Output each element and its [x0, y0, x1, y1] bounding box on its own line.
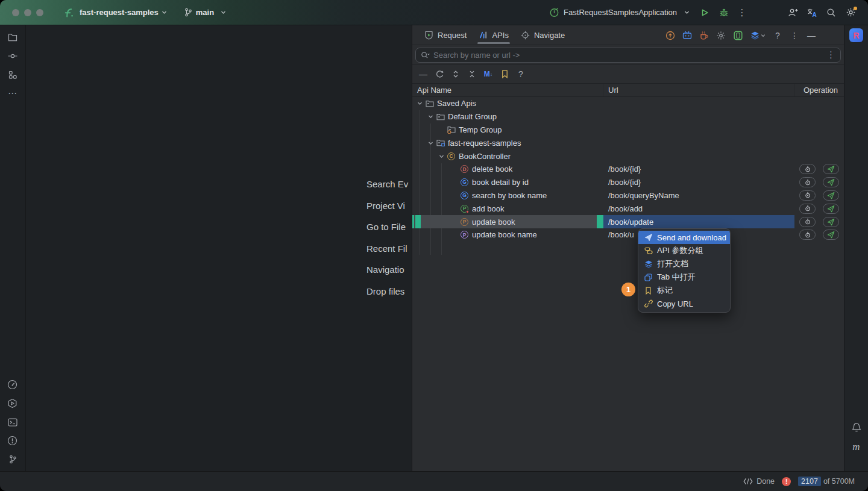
locate-in-code-button[interactable] [799, 217, 816, 227]
mobile-app-icon[interactable] [731, 28, 745, 43]
locate-in-code-button[interactable] [799, 164, 816, 174]
feedback-robot-icon[interactable] [680, 28, 694, 43]
operation-cell [794, 176, 844, 189]
chevron-down-icon[interactable] [426, 113, 435, 120]
operation-cell [794, 124, 844, 137]
send-request-button[interactable] [823, 204, 839, 214]
api-url [603, 136, 794, 149]
donate-coffee-icon[interactable] [697, 28, 711, 43]
structure-tool-icon[interactable] [3, 65, 22, 84]
tree-row-saved-apis[interactable]: Saved Apis [412, 97, 844, 110]
menu-item-[interactable]: 打开文档 [638, 257, 730, 271]
fast-request-avatar[interactable]: R [849, 28, 863, 42]
chevron-down-icon[interactable] [436, 153, 446, 160]
tab-apis[interactable]: APIs [473, 25, 514, 45]
chevron-down-icon[interactable] [415, 100, 424, 107]
menu-item-tab[interactable]: Tab 中打开 [638, 271, 730, 284]
menu-item-api[interactable]: API 参数分组 [638, 244, 730, 257]
help-icon[interactable]: ? [770, 28, 785, 43]
fast-request-status[interactable]: Done [743, 477, 775, 486]
expand-all-icon[interactable] [448, 67, 463, 81]
bookmark-filter-icon[interactable] [497, 67, 512, 81]
project-tool-icon[interactable] [3, 28, 22, 46]
vcs-branch-selector[interactable]: main [184, 8, 226, 17]
operation-cell [794, 149, 844, 163]
problems-tool-icon[interactable] [3, 431, 22, 450]
upgrade-icon[interactable] [663, 28, 678, 43]
api-name: Saved Apis [437, 99, 476, 108]
api-name: BookController [459, 152, 511, 161]
error-indicator[interactable]: ! [782, 477, 791, 486]
send-request-button[interactable] [823, 177, 839, 187]
chevron-down-icon [684, 10, 690, 15]
chevron-down-icon[interactable] [426, 140, 435, 146]
commit-tool-icon[interactable] [3, 46, 22, 65]
menu-item-copy-url[interactable]: Copy URL [638, 297, 730, 310]
collapse-panel-icon[interactable]: — [416, 67, 430, 81]
collapse-all-icon[interactable] [465, 67, 479, 81]
run-configuration-selector[interactable]: FastRequestSamplesApplication [549, 7, 690, 17]
debug-button[interactable] [716, 5, 732, 20]
services-tool-icon[interactable] [3, 394, 22, 413]
terminal-tool-icon[interactable] [3, 413, 22, 431]
chevron-down-icon [221, 10, 226, 15]
tool-window-options-icon[interactable]: ⋮ [787, 28, 802, 43]
locate-in-code-button[interactable] [799, 230, 816, 240]
search-input[interactable] [433, 51, 823, 60]
column-header-api-name[interactable]: Api Name [412, 84, 603, 96]
menu-item-send-and-download[interactable]: Send and download [638, 231, 730, 244]
tree-row-temp-group[interactable]: Temp Group [412, 124, 844, 137]
api-search-box[interactable]: ⋮ [415, 48, 841, 63]
hide-tool-window-icon[interactable]: — [804, 28, 819, 43]
api-name: add book [472, 204, 505, 213]
tree-row-update-book-name[interactable]: Pupdate book name /book/u [412, 228, 844, 242]
spring-boot-icon [549, 7, 559, 17]
tree-row-book-detail-by-id[interactable]: Gbook detail by id /book/{id} [412, 176, 844, 189]
locate-in-code-button[interactable] [799, 190, 816, 201]
code-with-me-icon[interactable] [785, 5, 800, 20]
toolbar-help-icon[interactable]: ? [514, 67, 528, 81]
shortcut-hint-project-vi: Project Vi [366, 195, 412, 217]
search-everywhere-icon[interactable] [823, 5, 839, 20]
minimize-window-button[interactable] [24, 9, 31, 16]
tab-request[interactable]: Request [418, 25, 473, 45]
more-run-actions-button[interactable]: ⋮ [734, 5, 750, 20]
close-window-button[interactable] [12, 9, 19, 16]
locate-in-code-button[interactable] [799, 177, 816, 187]
git-tool-icon[interactable] [3, 450, 22, 469]
tree-row-delete-book[interactable]: Ddelete book /book/{id} [412, 163, 844, 176]
settings-gear-icon[interactable] [843, 5, 858, 20]
plugin-settings-gear-icon[interactable] [714, 28, 728, 43]
translate-icon[interactable]: A [804, 5, 820, 20]
send-request-button[interactable] [823, 217, 839, 227]
tab-navigate[interactable]: Navigate [515, 25, 571, 45]
run-button[interactable] [697, 5, 712, 20]
api-name: update book name [472, 230, 537, 239]
branch-name: main [196, 8, 214, 17]
send-request-button[interactable] [823, 164, 839, 174]
tree-row-add-book[interactable]: Padd book /book/add [412, 202, 844, 215]
column-header-url[interactable]: Url [603, 84, 794, 96]
search-options-icon[interactable]: ⋮ [826, 49, 835, 60]
tree-row-bookcontroller[interactable]: CBookController [412, 149, 844, 163]
notifications-bell-icon[interactable] [844, 422, 868, 433]
markdown-export-icon[interactable]: M↓ [481, 67, 495, 81]
send-request-button[interactable] [823, 190, 839, 201]
maven-tool-icon[interactable]: m [844, 441, 868, 453]
tree-row-default-group[interactable]: Default Group [412, 110, 844, 124]
tree-row-update-book[interactable]: Pupdate book /book/update [412, 215, 844, 228]
tree-row-fast-request-samples[interactable]: fast-request-samples [412, 136, 844, 149]
send-request-button[interactable] [823, 230, 839, 240]
more-tool-windows-icon[interactable]: ⋯ [3, 84, 22, 102]
menu-item-[interactable]: 标记 [638, 284, 730, 297]
memory-indicator[interactable]: 2107 of 5700M [798, 477, 855, 486]
project-selector[interactable]: fast-request-samples [80, 8, 159, 17]
column-header-operation[interactable]: Operation [794, 84, 844, 96]
zoom-window-button[interactable] [36, 9, 43, 16]
tree-row-search-by-book-name[interactable]: Gsearch by book name /book/queryByName [412, 189, 844, 202]
locate-in-code-button[interactable] [799, 204, 816, 214]
docs-layers-dropdown[interactable] [747, 28, 768, 43]
tool-window-tabs: Request APIs Navigate [412, 25, 844, 45]
refresh-icon[interactable] [432, 67, 447, 81]
profiler-tool-icon[interactable] [3, 375, 22, 394]
